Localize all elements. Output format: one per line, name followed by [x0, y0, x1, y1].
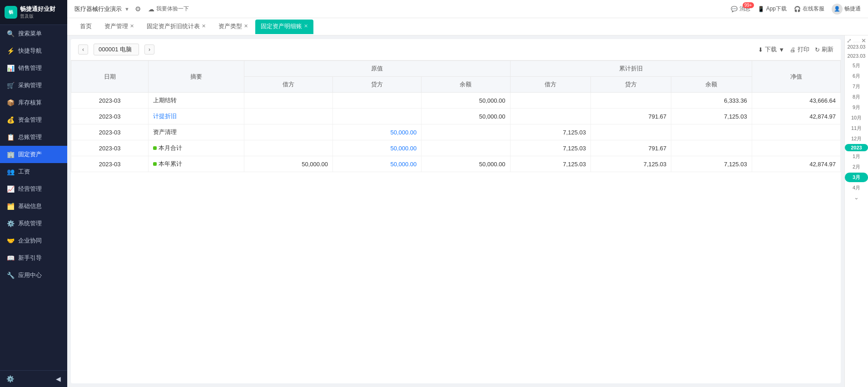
app-title: 畅捷通好业财 [20, 5, 55, 13]
sidebar-footer: ⚙️ ◀ [0, 370, 67, 387]
cell-dep-credit [590, 93, 671, 109]
timeline-month-7[interactable]: 7月 [845, 81, 868, 92]
sidebar-item-collab[interactable]: 🤝 企业协同 [0, 232, 67, 249]
message-btn[interactable]: 💬 消息 99+ [731, 5, 750, 13]
sidebar-item-label: 库存核算 [18, 99, 42, 107]
sidebar-item-purchase[interactable]: 🛒 采购管理 [0, 77, 67, 94]
sidebar-item-ledger[interactable]: 📋 总账管理 [0, 129, 67, 146]
print-icon: 🖨 [790, 46, 796, 53]
tab-depreciation-stat[interactable]: 固定资产折旧统计表 ✕ [141, 20, 211, 34]
print-btn[interactable]: 🖨 打印 [790, 45, 809, 54]
timeline-active-year[interactable]: 2023 [845, 144, 868, 151]
timeline-month-4[interactable]: 4月 [845, 183, 868, 193]
sidebar-item-guide[interactable]: 📖 新手引导 [0, 249, 67, 267]
sidebar-item-search[interactable]: 🔍 搜索菜单 [0, 25, 67, 42]
sidebar-item-label: 总账管理 [18, 133, 42, 141]
quicknav-icon: ⚡ [6, 47, 15, 55]
timeline-down-icon[interactable]: ⌄ [853, 193, 860, 202]
timeline-month-1[interactable]: 1月 [845, 151, 868, 162]
timeline-month-12[interactable]: 12月 [845, 134, 868, 144]
timeline-month-6[interactable]: 6月 [845, 71, 868, 81]
tab-asset-detail[interactable]: 固定资产明细账 ✕ [255, 20, 313, 34]
tab-close-icon[interactable]: ✕ [202, 23, 206, 29]
cell-orig-balance: 50,000.00 [422, 93, 510, 109]
sidebar-collapse-icon[interactable]: ◀ [56, 375, 61, 382]
cell-summary: 计提折旧 [149, 109, 244, 124]
col-orig-credit: 贷方 [333, 77, 422, 93]
timeline-active-month[interactable]: 3月 [845, 173, 868, 182]
cell-dep-debit [510, 109, 590, 124]
cell-orig-balance: 50,000.00 [422, 109, 510, 124]
tab-home[interactable]: 首页 [74, 20, 97, 34]
topbar-settings-icon[interactable]: ⚙ [135, 5, 141, 13]
cell-orig-balance [422, 140, 510, 156]
cell-dep-credit: 791.67 [590, 109, 671, 124]
sidebar-item-label: 系统管理 [18, 219, 42, 228]
timeline-month-9[interactable]: 9月 [845, 102, 868, 113]
next-asset-btn[interactable]: › [144, 45, 154, 55]
tab-close-icon[interactable]: ✕ [304, 23, 308, 29]
sidebar-item-inventory[interactable]: 📦 库存核算 [0, 94, 67, 111]
sidebar-item-payroll[interactable]: 👥 工资 [0, 163, 67, 180]
message-icon: 💬 [731, 6, 738, 12]
experience-btn[interactable]: ☁ 我要体验一下 [148, 5, 189, 13]
timeline-close-btn[interactable]: ✕ [861, 37, 866, 44]
col-date: 日期 [71, 61, 149, 93]
sidebar-item-quicknav[interactable]: ⚡ 快捷导航 [0, 42, 67, 60]
col-dep-balance: 余额 [671, 77, 752, 93]
table-container: 日期 摘要 原值 累计折旧 净值 借方 贷方 余额 借方 贷方 余额 [71, 60, 841, 383]
sidebar-settings-icon[interactable]: ⚙️ [6, 375, 14, 382]
subtotal-icon [153, 162, 157, 166]
timeline-month-10[interactable]: 10月 [845, 113, 868, 123]
customer-service-btn[interactable]: 🎧 在线客服 [794, 5, 824, 13]
tab-home-label: 首页 [80, 22, 92, 30]
cell-date: 2023-03 [71, 124, 149, 140]
timeline-month-11[interactable]: 11月 [845, 123, 868, 134]
cell-orig-credit: 50,000.00 [333, 140, 422, 156]
content-area: ‹ 000001 电脑 › ⬇ 下载 ▼ 🖨 打印 [67, 35, 868, 387]
refresh-label: 刷新 [822, 45, 833, 54]
timeline-expand-btn[interactable]: ⤢ [847, 37, 852, 44]
cell-dep-balance [671, 140, 752, 156]
download-btn[interactable]: ⬇ 下载 ▼ [758, 45, 784, 54]
tab-asset-type[interactable]: 资产类型 ✕ [213, 20, 253, 34]
timeline-date-2[interactable]: 2023.03 [845, 51, 868, 60]
prev-asset-btn[interactable]: ‹ [78, 45, 88, 55]
sales-icon: 📊 [6, 64, 15, 72]
finance-icon: 💰 [6, 116, 15, 124]
cell-summary: 资产清理 [149, 124, 244, 140]
experience-label: 我要体验一下 [156, 5, 189, 13]
col-depreciation-group: 累计折旧 [510, 61, 752, 77]
cell-dep-debit: 7,125.03 [510, 156, 590, 172]
sidebar-item-operations[interactable]: 📈 经营管理 [0, 180, 67, 198]
app-edition: 普及版 [20, 13, 55, 19]
cell-net-value: 42,874.97 [752, 156, 840, 172]
sidebar-header: 畅 畅捷通好业财 普及版 [0, 0, 67, 25]
timeline-month-2[interactable]: 2月 [845, 162, 868, 172]
company-selector[interactable]: 医疗器械行业演示 ▼ [74, 5, 129, 13]
cell-date: 2023-03 [71, 109, 149, 124]
refresh-btn[interactable]: ↻ 刷新 [815, 45, 833, 54]
table-row: 2023-03 计提折旧 50,000.00 791.67 7,125.03 4… [71, 109, 841, 124]
tab-close-icon[interactable]: ✕ [130, 23, 134, 29]
tab-asset-management[interactable]: 资产管理 ✕ [99, 20, 139, 34]
timeline-month-5[interactable]: 5月 [845, 60, 868, 71]
sidebar-item-label: 企业协同 [18, 237, 42, 245]
app-download-btn[interactable]: 📱 App下载 [758, 5, 787, 13]
cell-orig-credit: 50,000.00 [333, 156, 422, 172]
timeline-month-8[interactable]: 8月 [845, 92, 868, 102]
sidebar-item-basicinfo[interactable]: 🗂️ 基础信息 [0, 198, 67, 215]
customer-service-icon: 🎧 [794, 6, 801, 12]
sidebar-item-finance[interactable]: 💰 资金管理 [0, 111, 67, 129]
user-menu-btn[interactable]: 👤 畅捷通 [832, 4, 861, 15]
tab-close-icon[interactable]: ✕ [244, 23, 248, 29]
tabs-bar: 首页 资产管理 ✕ 固定资产折旧统计表 ✕ 资产类型 ✕ 固定资产明细账 ✕ [67, 18, 868, 35]
sidebar-item-fixedasset[interactable]: 🏢 固定资产 [0, 146, 67, 163]
sidebar-item-sysadmin[interactable]: ⚙️ 系统管理 [0, 215, 67, 232]
sidebar-item-sales[interactable]: 📊 销售管理 [0, 60, 67, 77]
sidebar-item-appcenter[interactable]: 🔧 应用中心 [0, 267, 67, 284]
col-net-value: 净值 [752, 61, 840, 93]
user-label: 畅捷通 [844, 5, 861, 13]
subtotal-icon [153, 146, 157, 150]
cell-date: 2023-03 [71, 93, 149, 109]
